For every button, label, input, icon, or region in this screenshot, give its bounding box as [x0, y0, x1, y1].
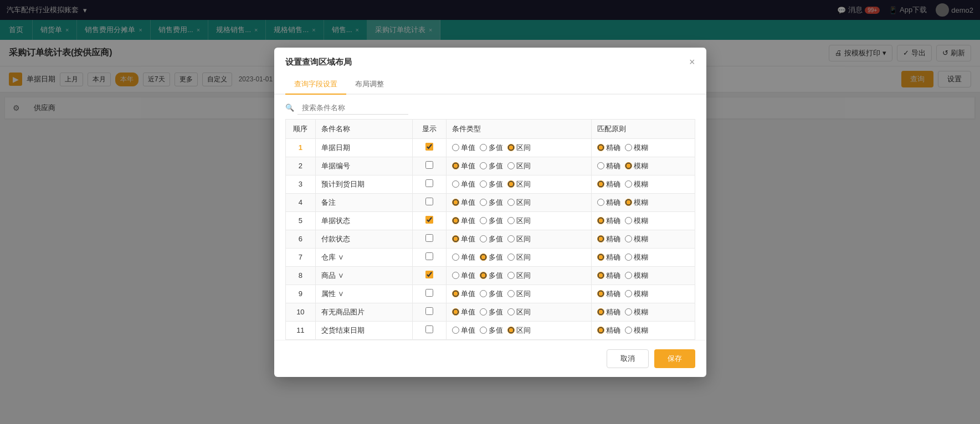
th-match: 匹配原则 [592, 119, 695, 124]
modal-tab-layout-adjust[interactable]: 布局调整 [346, 75, 393, 95]
modal-table-wrap: 顺序 条件名称 显示 条件类型 匹配原则 1单据日期单值多值区间精确模糊2单据编… [274, 119, 706, 125]
modal-close-button[interactable]: × [689, 56, 695, 68]
condition-table: 顺序 条件名称 显示 条件类型 匹配原则 1单据日期单值多值区间精确模糊2单据编… [285, 119, 695, 125]
modal-overlay[interactable]: 设置查询区域布局 × 查询字段设置 布局调整 🔍 顺序 条件名称 [0, 0, 980, 124]
table-head: 顺序 条件名称 显示 条件类型 匹配原则 [285, 119, 695, 124]
th-name: 条件名称 [316, 119, 413, 124]
search-input[interactable] [297, 101, 408, 115]
modal-header: 设置查询区域布局 × [274, 48, 706, 68]
modal-search-area: 🔍 [274, 95, 706, 119]
search-icon: 🔍 [285, 104, 294, 112]
th-seq: 顺序 [285, 119, 316, 124]
th-type: 条件类型 [446, 119, 592, 124]
modal-dialog: 设置查询区域布局 × 查询字段设置 布局调整 🔍 顺序 条件名称 [274, 48, 706, 125]
th-display: 显示 [413, 119, 446, 124]
modal-title: 设置查询区域布局 [285, 57, 352, 68]
modal-tab-field-settings[interactable]: 查询字段设置 [285, 75, 346, 95]
modal-tabs: 查询字段设置 布局调整 [274, 75, 706, 95]
